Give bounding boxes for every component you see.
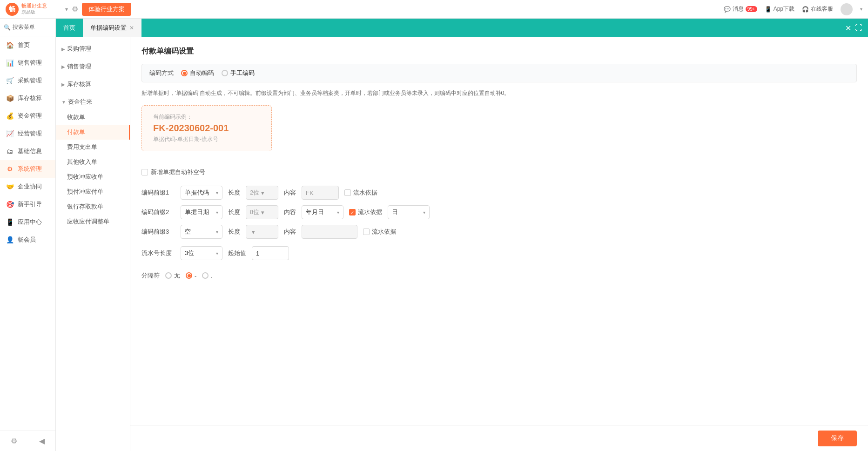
prefix1-label: 编码前缀1 bbox=[141, 188, 175, 197]
sub-menu-item-bank[interactable]: 银行存取款单 bbox=[56, 199, 130, 214]
system-icon: ⚙ bbox=[6, 165, 14, 173]
tab-maximize-icon[interactable]: ⛶ bbox=[855, 24, 862, 32]
prefix3-select[interactable]: 空 ▾ bbox=[181, 225, 222, 239]
collapse-icon[interactable]: ◀ bbox=[37, 435, 47, 447]
sidebar-item-member[interactable]: 👤 畅会员 bbox=[0, 231, 55, 249]
sub-menu-purchase-header[interactable]: ▶ 采购管理 bbox=[56, 41, 130, 57]
content2-value: 年月日 bbox=[306, 208, 324, 216]
sep-dash-radio[interactable]: - bbox=[186, 272, 196, 279]
page-title: 付款单编码设置 bbox=[141, 47, 857, 56]
preview-box: 当前编码示例： FK-20230602-001 单据代码-单据日期-流水号 bbox=[141, 105, 272, 151]
sidebar-item-apps[interactable]: 📱 应用中心 bbox=[0, 213, 55, 231]
tab-home[interactable]: 首页 bbox=[56, 19, 83, 37]
sidebar-item-enterprise[interactable]: 🤝 企业协同 bbox=[0, 178, 55, 195]
sidebar-item-operation[interactable]: 📈 经营管理 bbox=[0, 125, 55, 142]
sub-menu-item-advance-pay[interactable]: 预付冲应付单 bbox=[56, 184, 130, 199]
chevron-down-icon: ▾ bbox=[216, 210, 218, 215]
length2-select[interactable]: 8位 ▾ bbox=[246, 205, 278, 219]
chevron-right-icon: ▶ bbox=[61, 82, 65, 87]
sub-menu-item-expense[interactable]: 费用支出单 bbox=[56, 140, 130, 155]
online-service-item[interactable]: 🎧 在线客服 bbox=[802, 5, 833, 13]
sep-dot-radio[interactable]: . bbox=[202, 272, 213, 279]
sub-menu-inventory-label: 库存核算 bbox=[67, 80, 91, 88]
app-download-item[interactable]: 📱 App下载 bbox=[765, 5, 794, 13]
operation-icon: 📈 bbox=[6, 129, 14, 138]
sep-dash-label: - bbox=[195, 272, 196, 279]
prefix-row-3: 编码前缀3 空 ▾ 长度 ▾ 内容 bbox=[141, 225, 857, 239]
start-value-input[interactable] bbox=[252, 246, 289, 260]
radio-auto-code[interactable]: 自动编码 bbox=[181, 69, 214, 77]
form-section: 编码前缀1 单据代码 ▾ 长度 2位 ▾ 内容 FK bbox=[141, 186, 857, 239]
sep-dash-circle bbox=[186, 272, 192, 279]
settings-icon[interactable]: ⚙ bbox=[72, 5, 78, 13]
sep-none-radio[interactable]: 无 bbox=[165, 271, 180, 280]
tab-home-label: 首页 bbox=[63, 24, 75, 32]
header-right: 💬 消息 99+ 📱 App下载 🎧 在线客服 ▾ bbox=[724, 3, 862, 15]
sidebar-menu: 🏠 首页 📊 销售管理 🛒 采购管理 📦 库存核算 💰 资金管理 📈 经 bbox=[0, 36, 55, 431]
sidebar-item-label: 资金管理 bbox=[18, 112, 42, 120]
sidebar-item-label: 采购管理 bbox=[18, 76, 42, 85]
sub-menu-item-advance-receive[interactable]: 预收冲应收单 bbox=[56, 169, 130, 184]
settings-bottom-icon[interactable]: ⚙ bbox=[9, 435, 19, 447]
radio-manual-code[interactable]: 手工编码 bbox=[222, 69, 255, 77]
member-icon: 👤 bbox=[6, 236, 14, 244]
content1-value: FK bbox=[302, 186, 339, 200]
sidebar-item-home[interactable]: 🏠 首页 bbox=[0, 36, 55, 54]
logo-sub: 旗品版 bbox=[21, 9, 47, 15]
tab-encoding-label: 单据编码设置 bbox=[90, 24, 127, 32]
tab-minimize-icon[interactable]: ✕ bbox=[845, 24, 851, 33]
sidebar-item-finance[interactable]: 💰 资金管理 bbox=[0, 107, 55, 125]
sep-radio-group: 无 - . bbox=[165, 271, 213, 280]
prefix2-select[interactable]: 单据日期 ▾ bbox=[181, 205, 222, 219]
sidebar-item-inventory[interactable]: 📦 库存核算 bbox=[0, 89, 55, 107]
inventory-icon: 📦 bbox=[6, 94, 14, 102]
logo-area: 畅 畅通好生意 旗品版 bbox=[6, 3, 61, 16]
sub-menu-item-adjust[interactable]: 应收应付调整单 bbox=[56, 214, 130, 229]
stream-length-select[interactable]: 3位 ▾ bbox=[181, 246, 222, 260]
sidebar-item-purchase[interactable]: 🛒 采购管理 bbox=[0, 72, 55, 89]
length2-value: 8位 bbox=[250, 208, 259, 216]
user-chevron-icon[interactable]: ▾ bbox=[860, 7, 862, 12]
stream1-checkbox[interactable]: 流水依据 bbox=[344, 188, 377, 197]
tab-close-icon[interactable]: ✕ bbox=[129, 25, 134, 31]
sidebar-item-system[interactable]: ⚙ 系统管理 bbox=[0, 160, 55, 178]
sub-menu-inventory-header[interactable]: ▶ 库存核算 bbox=[56, 76, 130, 92]
save-button[interactable]: 保存 bbox=[818, 431, 857, 446]
sidebar-item-base[interactable]: 🗂 基础信息 bbox=[0, 142, 55, 160]
sidebar-item-sales[interactable]: 📊 销售管理 bbox=[0, 54, 55, 72]
prefix1-select[interactable]: 单据代码 ▾ bbox=[181, 186, 222, 200]
sub-menu-item-receipt[interactable]: 收款单 bbox=[56, 110, 130, 125]
message-item[interactable]: 💬 消息 99+ bbox=[724, 5, 757, 13]
sub-menu-sales-header[interactable]: ▶ 销售管理 bbox=[56, 59, 130, 74]
trial-button[interactable]: 体验行业方案 bbox=[82, 3, 131, 16]
main-area: 首页 单据编码设置 ✕ ✕ ⛶ ▶ 采购管理 bbox=[56, 19, 868, 451]
avatar[interactable] bbox=[841, 3, 853, 15]
bottom-bar: 保存 bbox=[130, 425, 868, 451]
sidebar-item-guide[interactable]: 🎯 新手引导 bbox=[0, 195, 55, 213]
content3-label: 内容 bbox=[284, 228, 296, 236]
length3-select[interactable]: ▾ bbox=[246, 225, 278, 239]
search-label: 搜索菜单 bbox=[13, 23, 35, 31]
sidebar-item-label: 库存核算 bbox=[18, 94, 42, 102]
sep-none-circle bbox=[165, 272, 172, 279]
sidebar-item-label: 企业协同 bbox=[18, 182, 42, 191]
sep-dot-circle bbox=[202, 272, 209, 279]
chevron-down-icon[interactable]: ▾ bbox=[65, 6, 68, 13]
encoding-method-label: 编码方式 bbox=[149, 69, 174, 77]
auto-fill-checkbox[interactable] bbox=[141, 169, 148, 175]
sub-menu-item-payment[interactable]: 付款单 bbox=[56, 125, 130, 140]
sub-menu-fund-header[interactable]: ▼ 资金往来 bbox=[56, 94, 130, 110]
stream2-checkbox[interactable]: ✓ 流水依据 bbox=[349, 208, 382, 216]
preview-code: FK-20230602-001 bbox=[153, 123, 260, 134]
search-icon: 🔍 bbox=[4, 24, 11, 31]
stream3-checkbox[interactable]: 流水依据 bbox=[363, 228, 396, 236]
sidebar-item-label: 系统管理 bbox=[18, 165, 42, 173]
length1-select[interactable]: 2位 ▾ bbox=[246, 186, 278, 200]
finance-icon: 💰 bbox=[6, 112, 14, 120]
tab-encoding[interactable]: 单据编码设置 ✕ bbox=[83, 19, 141, 37]
stream2-period-select[interactable]: 日 ▾ bbox=[388, 205, 430, 219]
content2-select[interactable]: 年月日 ▾ bbox=[302, 205, 343, 219]
sub-menu-item-income[interactable]: 其他收入单 bbox=[56, 155, 130, 169]
sidebar-search[interactable]: 🔍 搜索菜单 bbox=[0, 19, 55, 36]
separator-label: 分隔符 bbox=[141, 271, 160, 280]
